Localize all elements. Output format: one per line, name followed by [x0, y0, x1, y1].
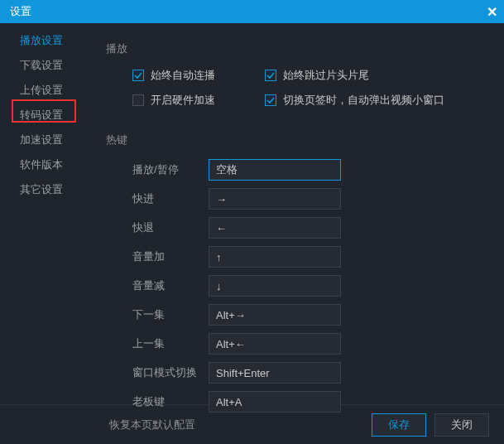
hotkey-input[interactable] [209, 246, 341, 268]
close-button[interactable]: 关闭 [434, 413, 489, 437]
checkbox-label: 始终跳过片头片尾 [283, 68, 369, 83]
restore-defaults-link[interactable]: 恢复本页默认配置 [109, 417, 195, 432]
check-row-2: 开启硬件加速 切换页签时，自动弹出视频小窗口 [132, 93, 486, 108]
sidebar-item-2[interactable]: 上传设置 [0, 78, 88, 103]
hotkey-row: 音量加 [132, 246, 486, 268]
hotkey-input[interactable] [209, 333, 341, 355]
check-icon [132, 70, 144, 81]
close-icon[interactable]: ✕ [487, 4, 497, 20]
checkbox-auto-continue[interactable]: 始终自动连播 [132, 68, 215, 83]
sidebar-item-5[interactable]: 软件版本 [0, 152, 88, 177]
check-row-1: 始终自动连播 始终跳过片头片尾 [132, 68, 486, 83]
hotkey-rows: 播放/暂停快进快退音量加音量减下一集上一集窗口模式切换老板键 [132, 159, 486, 413]
hotkey-label: 音量减 [132, 278, 209, 293]
section-hotkeys-title: 热键 [106, 133, 486, 147]
content: 播放 始终自动连播 始终跳过片头片尾 开启硬件加速 切换页签时，自动弹出视频小窗… [88, 23, 504, 404]
check-icon [265, 94, 276, 106]
hotkey-row: 音量减 [132, 275, 486, 297]
footer-buttons: 保存 关闭 [372, 413, 489, 437]
window-title: 设置 [10, 4, 31, 19]
checkbox-hw-accel[interactable]: 开启硬件加速 [132, 93, 215, 108]
sidebar-item-4[interactable]: 加速设置 [0, 128, 88, 152]
sidebar-item-6[interactable]: 其它设置 [0, 177, 88, 202]
hotkey-input[interactable] [209, 159, 341, 181]
checkbox-popup-tab[interactable]: 切换页签时，自动弹出视频小窗口 [265, 93, 444, 108]
hotkey-input[interactable] [209, 391, 341, 413]
hotkey-input[interactable] [209, 304, 341, 326]
hotkey-input[interactable] [209, 217, 341, 239]
hotkey-input[interactable] [209, 362, 341, 384]
hotkey-label: 快退 [132, 220, 209, 235]
hotkey-label: 老板键 [132, 394, 209, 409]
sidebar-item-1[interactable]: 下载设置 [0, 53, 88, 78]
hotkey-row: 快进 [132, 188, 486, 210]
section-playback-title: 播放 [106, 41, 486, 56]
checkbox-label: 切换页签时，自动弹出视频小窗口 [283, 93, 444, 108]
hotkey-label: 快进 [132, 191, 209, 206]
hotkey-label: 上一集 [132, 336, 209, 351]
save-button[interactable]: 保存 [372, 413, 426, 437]
hotkey-label: 下一集 [132, 307, 209, 322]
hotkey-row: 下一集 [132, 304, 486, 326]
titlebar: 设置 ✕ [0, 0, 504, 23]
check-icon [265, 70, 276, 81]
check-icon [132, 94, 144, 106]
checkbox-label: 始终自动连播 [151, 68, 215, 83]
checkbox-skip-head-tail[interactable]: 始终跳过片头片尾 [265, 68, 369, 83]
hotkey-input[interactable] [209, 188, 341, 210]
sidebar: 播放设置下载设置上传设置转码设置加速设置软件版本其它设置 [0, 23, 88, 404]
hotkey-row: 上一集 [132, 333, 486, 355]
hotkey-row: 窗口模式切换 [132, 362, 486, 384]
hotkey-row: 老板键 [132, 391, 486, 413]
sidebar-item-3[interactable]: 转码设置 [0, 103, 88, 128]
hotkey-input[interactable] [209, 275, 341, 297]
hotkey-label: 窗口模式切换 [132, 365, 209, 380]
hotkey-row: 快退 [132, 217, 486, 239]
hotkey-label: 播放/暂停 [132, 162, 209, 177]
hotkey-row: 播放/暂停 [132, 159, 486, 181]
hotkey-label: 音量加 [132, 249, 209, 264]
body: 播放设置下载设置上传设置转码设置加速设置软件版本其它设置 播放 始终自动连播 始… [0, 23, 504, 404]
sidebar-item-0[interactable]: 播放设置 [0, 28, 88, 53]
checkbox-label: 开启硬件加速 [151, 93, 215, 108]
